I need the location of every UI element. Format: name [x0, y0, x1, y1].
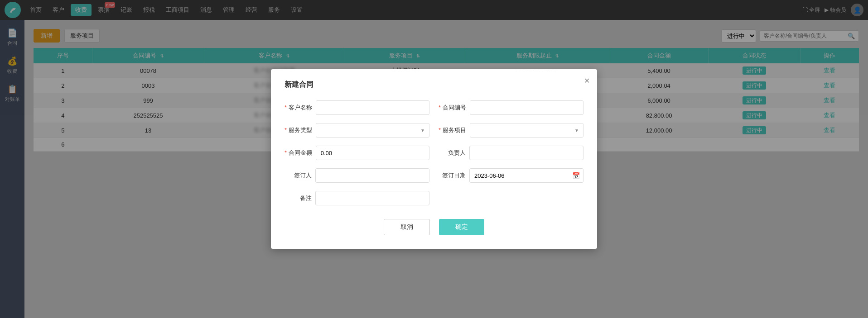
calendar-icon[interactable]: 📅 — [572, 172, 580, 179]
field-service-item: 服务项目 — [439, 123, 583, 138]
responsible-person-input[interactable] — [469, 146, 583, 160]
service-item-select[interactable] — [470, 123, 583, 138]
field-sign-date: 签订日期 📅 — [439, 168, 583, 183]
form-row-2: 服务类型 服务项目 — [285, 123, 583, 138]
field-contract-amount: 合同金额 — [285, 146, 429, 160]
contract-amount-input[interactable] — [316, 146, 429, 160]
contract-no-input[interactable] — [470, 100, 583, 115]
modal-title: 新建合同 — [285, 80, 583, 90]
form-row-3: 合同金额 负责人 — [285, 146, 583, 160]
remarks-input[interactable] — [315, 191, 429, 205]
modal-overlay: ✕ 新建合同 客户名称 合同编号 服务类型 — [0, 0, 868, 318]
contract-amount-label: 合同金额 — [285, 149, 312, 157]
remarks-label: 备注 — [285, 194, 312, 202]
sign-date-input[interactable] — [469, 168, 583, 183]
field-signer: 签订人 — [285, 168, 429, 183]
cancel-button[interactable]: 取消 — [384, 219, 430, 235]
field-contract-no: 合同编号 — [439, 100, 583, 115]
contract-no-label: 合同编号 — [439, 104, 466, 112]
field-service-type: 服务类型 — [285, 123, 429, 138]
service-item-label: 服务项目 — [439, 126, 466, 134]
sign-date-label: 签订日期 — [439, 171, 466, 180]
confirm-button[interactable]: 确定 — [439, 219, 484, 235]
customer-name-input[interactable] — [316, 100, 429, 115]
customer-name-label: 客户名称 — [285, 104, 312, 112]
field-customer-name: 客户名称 — [285, 100, 429, 115]
service-type-select[interactable] — [316, 123, 429, 138]
field-responsible-person: 负责人 — [439, 146, 583, 160]
form-row-5: 备注 — [285, 191, 583, 205]
modal-close-button[interactable]: ✕ — [584, 76, 590, 85]
service-type-select-wrapper — [316, 123, 429, 138]
new-contract-modal: ✕ 新建合同 客户名称 合同编号 服务类型 — [271, 69, 597, 249]
modal-footer: 取消 确定 — [285, 219, 583, 235]
service-type-label: 服务类型 — [285, 126, 312, 134]
form-row-1: 客户名称 合同编号 — [285, 100, 583, 115]
service-item-select-wrapper — [470, 123, 583, 138]
sign-date-wrapper: 📅 — [469, 168, 583, 183]
signer-label: 签订人 — [285, 171, 312, 180]
signer-input[interactable] — [315, 168, 429, 183]
responsible-person-label: 负责人 — [439, 149, 466, 157]
form-row-4: 签订人 签订日期 📅 — [285, 168, 583, 183]
field-remarks: 备注 — [285, 191, 429, 205]
